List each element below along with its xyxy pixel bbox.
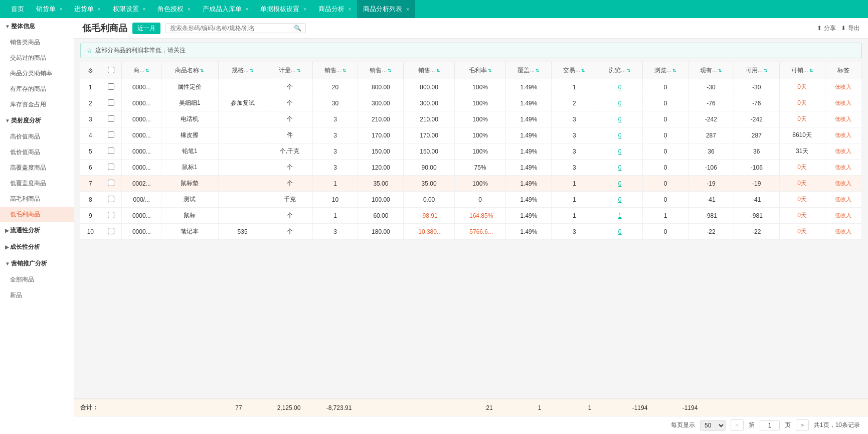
row-checkbox[interactable] <box>108 180 114 186</box>
cell-trade-count: 1 <box>552 192 597 208</box>
row-checkbox[interactable] <box>108 131 114 138</box>
cell-name: 鼠标 <box>161 208 218 224</box>
sidebar-item-low-value[interactable]: 低价值商品 <box>0 144 74 160</box>
export-button[interactable]: ⬇ 导出 <box>841 24 860 33</box>
cell-view2: 0 <box>643 160 688 176</box>
cell-checkbox[interactable] <box>101 160 121 176</box>
sidebar-item-low-coverage[interactable]: 低覆盖度商品 <box>0 176 74 191</box>
row-checkbox[interactable] <box>108 196 114 202</box>
row-checkbox[interactable] <box>108 228 114 234</box>
nav-template-settings[interactable]: 单据模板设置 × <box>254 0 312 18</box>
cell-name: 鼠标1 <box>161 160 218 176</box>
cell-checkbox[interactable] <box>101 176 121 192</box>
row-checkbox[interactable] <box>108 148 114 154</box>
cell-code: 0000... <box>122 208 161 224</box>
nav-product-analysis-list[interactable]: 商品分析列表 × <box>357 0 415 18</box>
cell-checkbox[interactable] <box>101 111 121 127</box>
cell-checkbox[interactable] <box>101 79 121 95</box>
cell-view1[interactable]: 0 <box>597 143 643 160</box>
next-page-button[interactable]: ＞ <box>796 419 809 431</box>
cell-code: 0000... <box>122 224 161 240</box>
per-page-select[interactable]: 50 100 200 <box>700 420 726 431</box>
close-icon[interactable]: × <box>303 7 306 12</box>
cell-sales-profit: 300.00 <box>404 95 455 111</box>
cell-checkbox[interactable] <box>101 127 121 143</box>
row-checkbox[interactable] <box>108 99 114 106</box>
cell-no: 6 <box>80 160 101 176</box>
cell-code: 0000... <box>122 160 161 176</box>
row-checkbox[interactable] <box>108 164 114 170</box>
cell-view1[interactable]: 0 <box>597 224 643 240</box>
sidebar-item-category-rate[interactable]: 商品分类助销率 <box>0 66 74 81</box>
cell-view1[interactable]: 1 <box>597 208 643 224</box>
collapse-arrow-icon: ▶ <box>5 244 9 250</box>
sidebar-group-marketing[interactable]: ▼ 营销推广分析 <box>0 255 74 272</box>
row-checkbox[interactable] <box>108 115 114 122</box>
cell-checkbox[interactable] <box>101 143 121 160</box>
header-actions: ⬆ 分享 ⬇ 导出 <box>817 24 860 33</box>
col-name: 商品名称⇅ <box>161 62 218 79</box>
select-all-checkbox[interactable] <box>108 67 114 73</box>
row-checkbox[interactable] <box>108 212 114 218</box>
sidebar-item-new-products[interactable]: 新品 <box>0 287 74 303</box>
sidebar-group-category-analysis[interactable]: ▼ 类射度分析 <box>0 112 74 129</box>
sidebar-group-growth[interactable]: ▶ 成长性分析 <box>0 239 74 255</box>
nav-permission-settings[interactable]: 权限设置 × <box>107 0 151 18</box>
footer-view2: 1 <box>570 404 610 411</box>
table-footer: 合计： 77 2,125.00 -8,723.91 21 1 1 -1194 -… <box>74 398 868 416</box>
cell-view1[interactable]: 0 <box>597 111 643 127</box>
close-icon[interactable]: × <box>348 7 351 12</box>
sidebar-item-traded-products[interactable]: 交易过的商品 <box>0 50 74 66</box>
close-icon[interactable]: × <box>60 7 63 12</box>
cell-trade-count: 1 <box>552 79 597 95</box>
cell-checkbox[interactable] <box>101 95 121 111</box>
close-icon[interactable]: × <box>246 7 249 12</box>
col-settings[interactable]: ⚙ <box>80 62 101 79</box>
cell-no: 10 <box>80 224 101 240</box>
sidebar-item-high-margin[interactable]: 高毛利商品 <box>0 191 74 207</box>
close-icon[interactable]: × <box>143 7 146 12</box>
share-button[interactable]: ⬆ 分享 <box>817 24 836 33</box>
row-checkbox[interactable] <box>108 83 114 90</box>
prev-page-button[interactable]: ＜ <box>731 419 744 431</box>
nav-home[interactable]: 首页 <box>5 0 30 18</box>
sidebar-item-all-products[interactable]: 全部商品 <box>0 272 74 287</box>
cell-coverage: 1.49% <box>506 127 552 143</box>
sidebar-item-high-value[interactable]: 高价值商品 <box>0 129 74 144</box>
cell-sales-profit: 35.00 <box>404 176 455 192</box>
cell-trade-count: 1 <box>552 208 597 224</box>
sidebar-item-low-margin[interactable]: 低毛利商品 <box>0 207 74 222</box>
page-input[interactable] <box>760 420 780 430</box>
nav-product-analysis[interactable]: 商品分析 × <box>312 0 357 18</box>
close-icon[interactable]: × <box>188 7 191 12</box>
sidebar-item-capital-usage[interactable]: 库存资金占用 <box>0 97 74 112</box>
cell-checkbox[interactable] <box>101 192 121 208</box>
nav-role-auth[interactable]: 角色授权 × <box>151 0 196 18</box>
cell-view1[interactable]: 0 <box>597 95 643 111</box>
period-button[interactable]: 近一月 <box>132 23 160 34</box>
col-checkbox[interactable] <box>101 62 121 79</box>
cell-view1[interactable]: 0 <box>597 160 643 176</box>
sidebar-group-overall[interactable]: ▼ 整体信息 <box>0 18 74 35</box>
cell-view1[interactable]: 0 <box>597 127 643 143</box>
sidebar-item-in-stock[interactable]: 有库存的商品 <box>0 81 74 97</box>
close-icon[interactable]: × <box>406 7 409 12</box>
cell-checkbox[interactable] <box>101 208 121 224</box>
nav-purchase-order[interactable]: 进货单 × <box>68 0 106 18</box>
cell-view1[interactable]: 0 <box>597 176 643 192</box>
cell-view1[interactable]: 0 <box>597 79 643 95</box>
cell-view1[interactable]: 0 <box>597 192 643 208</box>
nav-sales-order[interactable]: 销货单 × <box>30 0 68 18</box>
cell-sales-amount: 800.00 <box>358 79 404 95</box>
cell-unit: 个 <box>267 79 312 95</box>
sidebar-item-high-coverage[interactable]: 高覆盖度商品 <box>0 160 74 176</box>
cell-checkbox[interactable] <box>101 224 121 240</box>
cell-no: 1 <box>80 79 101 95</box>
sidebar-group-liquidity-label: 流通性分析 <box>10 226 40 235</box>
sidebar-group-liquidity[interactable]: ▶ 流通性分析 <box>0 222 74 239</box>
total-text: 共1页，10条记录 <box>814 421 860 429</box>
search-input[interactable] <box>170 25 294 32</box>
nav-finished-goods[interactable]: 产成品入库单 × <box>197 0 254 18</box>
sidebar-item-sales-products[interactable]: 销售类商品 <box>0 35 74 50</box>
close-icon[interactable]: × <box>98 7 101 12</box>
